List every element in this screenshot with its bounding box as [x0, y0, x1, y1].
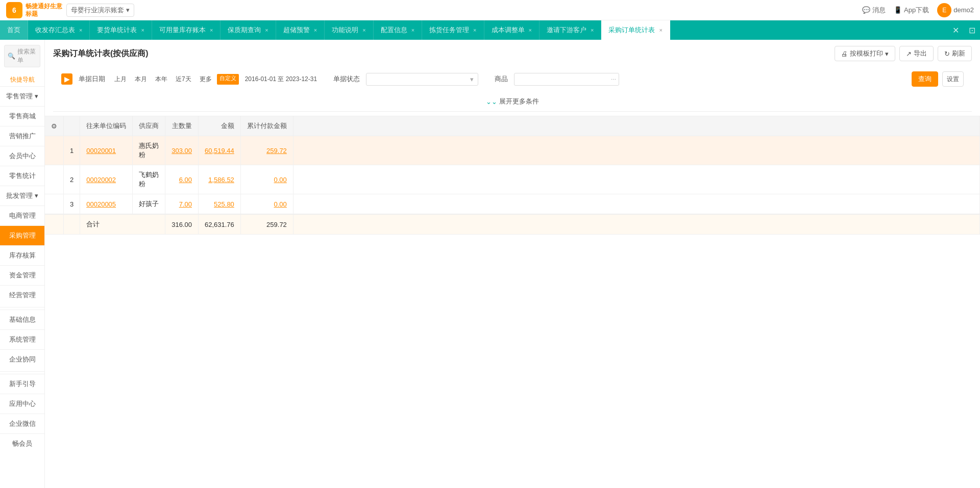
- filter-toggle-btn[interactable]: ▶: [61, 73, 72, 85]
- sidebar-item-sys-mgmt[interactable]: 系统管理: [0, 329, 44, 349]
- close-icon[interactable]: ×: [473, 27, 476, 33]
- tab-order-stats[interactable]: 要货单统计表 ×: [90, 20, 152, 40]
- cell-amount: 525.80: [199, 194, 241, 215]
- date-btn-last-month[interactable]: 上月: [111, 74, 130, 85]
- cell-amount: 60,519.44: [199, 136, 241, 165]
- close-icon[interactable]: ×: [411, 27, 414, 33]
- goods-input[interactable]: [514, 73, 619, 86]
- close-icon[interactable]: ×: [591, 27, 594, 33]
- amount-link[interactable]: 1,586.52: [208, 176, 234, 184]
- tab-pick-task[interactable]: 拣货任务管理 ×: [422, 20, 484, 40]
- cell-supplier-code: 00020005: [80, 194, 133, 215]
- main-qty-link[interactable]: 7.00: [179, 200, 192, 208]
- amount-link[interactable]: 60,519.44: [205, 147, 234, 155]
- nav-tabs: 首页 收发存汇总表 × 要货单统计表 × 可用量库存账本 × 保质期查询 × 超…: [0, 20, 980, 40]
- main-qty-link[interactable]: 303.00: [172, 147, 192, 155]
- sidebar-item-basic-info[interactable]: 基础信息: [0, 310, 44, 329]
- col-settings[interactable]: ⚙: [45, 116, 64, 136]
- export-icon: ↗: [906, 50, 912, 58]
- workspace-selector[interactable]: 母婴行业演示账套 ▾: [66, 4, 134, 17]
- close-icon[interactable]: ×: [79, 27, 82, 33]
- search-btn[interactable]: 查询: [912, 71, 938, 87]
- close-icon[interactable]: ×: [210, 27, 213, 33]
- sidebar-item-new-guide[interactable]: 新手引导: [0, 374, 44, 394]
- tab-invite-downstream[interactable]: 邀请下游客户 ×: [540, 20, 601, 40]
- tab-expiry-query[interactable]: 保质期查询 ×: [220, 20, 276, 40]
- sidebar-item-enterprise-wechat[interactable]: 企业微信: [0, 414, 44, 433]
- sidebar-item-enterprise-collab[interactable]: 企业协同: [0, 349, 44, 369]
- page-header: 采购订单统计表(按供应商) 🖨 按模板打印 ▾ ↗ 导出 ↻ 刷新: [45, 40, 980, 116]
- settings-icon[interactable]: ⚙: [51, 122, 57, 130]
- paid-amount-link[interactable]: 0.00: [274, 200, 287, 208]
- close-icon[interactable]: ×: [141, 27, 144, 33]
- sidebar-item-finance-mgmt[interactable]: 资金管理: [0, 265, 44, 285]
- paid-amount-link[interactable]: 259.72: [266, 147, 287, 155]
- supplier-code-link[interactable]: 00020001: [86, 147, 116, 155]
- chevron-down-icon: ▾: [885, 50, 889, 58]
- col-index: [64, 116, 80, 136]
- col-main-qty: 主数量: [165, 116, 199, 136]
- tab-home[interactable]: 首页: [0, 20, 28, 40]
- status-label: 单据状态: [333, 74, 360, 84]
- app-download-action[interactable]: 📱 App下载: [894, 6, 929, 15]
- date-btn-this-year[interactable]: 本年: [152, 74, 170, 85]
- tab-function-desc[interactable]: 功能说明 ×: [325, 20, 373, 40]
- close-icon[interactable]: ×: [659, 27, 662, 33]
- date-range: 2016-01-01 至 2023-12-31: [245, 75, 317, 84]
- sidebar-search[interactable]: 🔍 搜索菜单: [0, 40, 44, 72]
- sidebar-item-app-center[interactable]: 应用中心: [0, 394, 44, 414]
- sidebar-item-purchase-mgmt[interactable]: 采购管理: [0, 225, 44, 245]
- sidebar-item-retail-stats[interactable]: 零售统计: [0, 166, 44, 186]
- sidebar-item-ops-mgmt[interactable]: 经营管理: [0, 285, 44, 305]
- close-tab-btn[interactable]: ✕: [947, 20, 964, 40]
- col-amount: 金额: [199, 116, 241, 136]
- export-btn[interactable]: ↗ 导出: [899, 46, 934, 61]
- amount-link[interactable]: 525.80: [214, 200, 234, 208]
- sidebar-item-retail-mgmt[interactable]: 零售管理 ▾: [0, 86, 44, 106]
- close-icon[interactable]: ×: [529, 27, 532, 33]
- date-btn-more[interactable]: 更多: [197, 74, 215, 85]
- sidebar-item-inventory[interactable]: 库存核算: [0, 245, 44, 265]
- refresh-btn[interactable]: ↻ 刷新: [938, 46, 972, 61]
- status-select[interactable]: ▾: [366, 73, 478, 86]
- date-btn-7days[interactable]: 近7天: [173, 74, 194, 85]
- chevron-down-icon: ▾: [470, 75, 474, 83]
- footer-settings: [45, 214, 64, 235]
- close-icon[interactable]: ×: [314, 27, 317, 33]
- quick-nav-label[interactable]: 快捷导航: [0, 72, 44, 86]
- sidebar-item-member-center[interactable]: 会员中心: [0, 146, 44, 166]
- close-icon[interactable]: ×: [265, 27, 268, 33]
- sidebar-item-retail-mall[interactable]: 零售商城: [0, 106, 44, 126]
- sidebar-item-member-vip[interactable]: 畅会员: [0, 433, 44, 453]
- col-paid-amount: 累计付款金额: [240, 116, 293, 136]
- settings-btn[interactable]: 设置: [942, 71, 964, 87]
- cell-main-qty: 303.00: [165, 136, 199, 165]
- tab-actions: ✕ ⊡: [947, 20, 980, 40]
- search-box[interactable]: 🔍 搜索菜单: [4, 45, 40, 67]
- expand-more-btn[interactable]: ⌄⌄ 展开更多条件: [486, 97, 539, 106]
- sidebar-item-marketing[interactable]: 营销推广: [0, 126, 44, 146]
- tab-available-stock[interactable]: 可用量库存账本 ×: [152, 20, 220, 40]
- user-action[interactable]: E demo2: [937, 3, 974, 17]
- tab-collect-send[interactable]: 收发存汇总表 ×: [28, 20, 90, 40]
- supplier-code-link[interactable]: 00020002: [86, 176, 116, 184]
- tab-config-info[interactable]: 配置信息 ×: [374, 20, 422, 40]
- more-options-icon[interactable]: ···: [611, 75, 616, 83]
- download-icon: 📱: [894, 6, 902, 14]
- main-qty-link[interactable]: 6.00: [179, 176, 192, 184]
- print-btn[interactable]: 🖨 按模板打印 ▾: [835, 46, 895, 61]
- supplier-code-link[interactable]: 00020005: [86, 200, 116, 208]
- sidebar-item-ecommerce-mgmt[interactable]: 电商管理: [0, 206, 44, 225]
- maximize-tab-btn[interactable]: ⊡: [964, 20, 980, 40]
- table-footer-row: 合计 316.00 62,631.76 259.72: [45, 214, 980, 235]
- message-action[interactable]: 💬 消息: [862, 6, 886, 15]
- print-icon: 🖨: [841, 50, 848, 58]
- tab-purchase-stats[interactable]: 采购订单统计表 ×: [601, 20, 670, 40]
- paid-amount-link[interactable]: 0.00: [274, 176, 287, 184]
- sidebar-item-wholesale-mgmt[interactable]: 批发管理 ▾: [0, 186, 44, 206]
- date-btn-this-month[interactable]: 本月: [132, 74, 150, 85]
- tab-overstock-warning[interactable]: 超储预警 ×: [276, 20, 325, 40]
- tab-cost-adjust[interactable]: 成本调整单 ×: [484, 20, 540, 40]
- table-header-row: ⚙ 往来单位编码 供应商 主数量 金额 累计付款金额: [45, 116, 980, 136]
- close-icon[interactable]: ×: [362, 27, 365, 33]
